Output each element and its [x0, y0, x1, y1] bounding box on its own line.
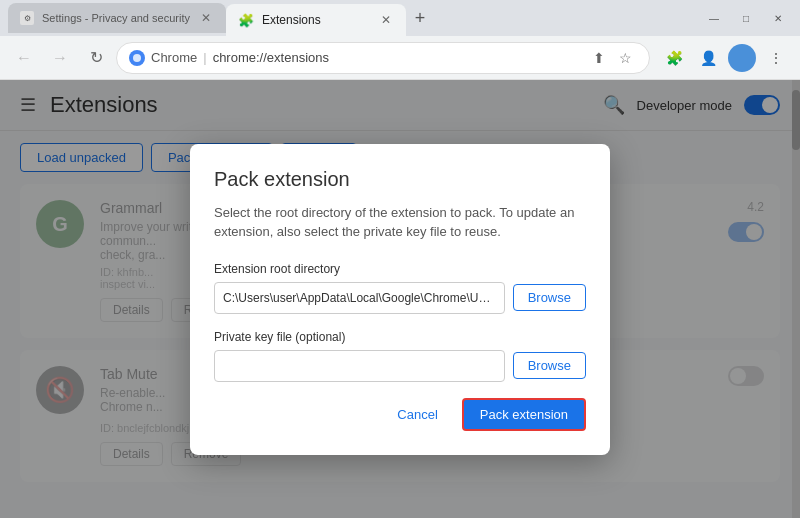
- modal-actions: Cancel Pack extension: [214, 398, 586, 431]
- forward-button[interactable]: →: [44, 42, 76, 74]
- root-dir-field-row: C:\Users\user\AppData\Local\Google\Chrom…: [214, 282, 586, 314]
- address-bar[interactable]: Chrome | chrome://extensions ⬆ ☆: [116, 42, 650, 74]
- close-button[interactable]: ✕: [764, 8, 792, 28]
- pack-extension-modal: Pack extension Select the root directory…: [190, 144, 610, 455]
- new-tab-button[interactable]: +: [406, 4, 434, 32]
- url-text: chrome://extensions: [213, 50, 329, 65]
- bookmark-icon[interactable]: ☆: [613, 46, 637, 70]
- page-content: ☰ Extensions 🔍 Developer mode Load unpac…: [0, 80, 800, 518]
- chrome-label: Chrome: [151, 50, 197, 65]
- browse-root-dir-button[interactable]: Browse: [513, 284, 586, 311]
- modal-overlay: Pack extension Select the root directory…: [0, 80, 800, 518]
- root-dir-label: Extension root directory: [214, 262, 586, 276]
- key-file-field-row: Browse: [214, 350, 586, 382]
- tab-extensions-close[interactable]: ✕: [378, 12, 394, 28]
- profile-avatar[interactable]: [726, 42, 758, 74]
- root-dir-value: C:\Users\user\AppData\Local\Google\Chrom…: [223, 291, 496, 305]
- modal-title: Pack extension: [214, 168, 586, 191]
- nav-bar: ← → ↻ Chrome | chrome://extensions ⬆ ☆ 🧩…: [0, 36, 800, 80]
- browser-frame: ⚙ Settings - Privacy and security ✕ 🧩 Ex…: [0, 0, 800, 518]
- cancel-button[interactable]: Cancel: [381, 398, 453, 431]
- title-bar: ⚙ Settings - Privacy and security ✕ 🧩 Ex…: [0, 0, 800, 36]
- address-bar-actions: ⬆ ☆: [587, 46, 637, 70]
- toolbar-icons: 🧩 👤 ⋮: [658, 42, 792, 74]
- extension-puzzle-icon[interactable]: 🧩: [658, 42, 690, 74]
- settings-favicon: ⚙: [20, 11, 34, 25]
- tab-settings[interactable]: ⚙ Settings - Privacy and security ✕: [8, 3, 226, 33]
- maximize-button[interactable]: □: [732, 8, 760, 28]
- tab-settings-label: Settings - Privacy and security: [42, 12, 190, 24]
- pack-extension-confirm-button[interactable]: Pack extension: [462, 398, 586, 431]
- svg-point-0: [133, 54, 141, 62]
- modal-description: Select the root directory of the extensi…: [214, 203, 586, 242]
- tab-extensions[interactable]: 🧩 Extensions ✕: [226, 4, 406, 36]
- reload-button[interactable]: ↻: [80, 42, 112, 74]
- tab-extensions-label: Extensions: [262, 13, 321, 27]
- profile-circle: [728, 44, 756, 72]
- extensions-favicon: 🧩: [238, 13, 254, 28]
- person-icon[interactable]: 👤: [692, 42, 724, 74]
- window-controls: — □ ✕: [700, 8, 792, 28]
- key-file-input[interactable]: [214, 350, 505, 382]
- minimize-button[interactable]: —: [700, 8, 728, 28]
- menu-icon[interactable]: ⋮: [760, 42, 792, 74]
- share-icon[interactable]: ⬆: [587, 46, 611, 70]
- tab-settings-close[interactable]: ✕: [198, 10, 214, 26]
- key-file-label: Private key file (optional): [214, 330, 586, 344]
- back-button[interactable]: ←: [8, 42, 40, 74]
- site-icon: [129, 50, 145, 66]
- browse-key-file-button[interactable]: Browse: [513, 352, 586, 379]
- root-dir-input[interactable]: C:\Users\user\AppData\Local\Google\Chrom…: [214, 282, 505, 314]
